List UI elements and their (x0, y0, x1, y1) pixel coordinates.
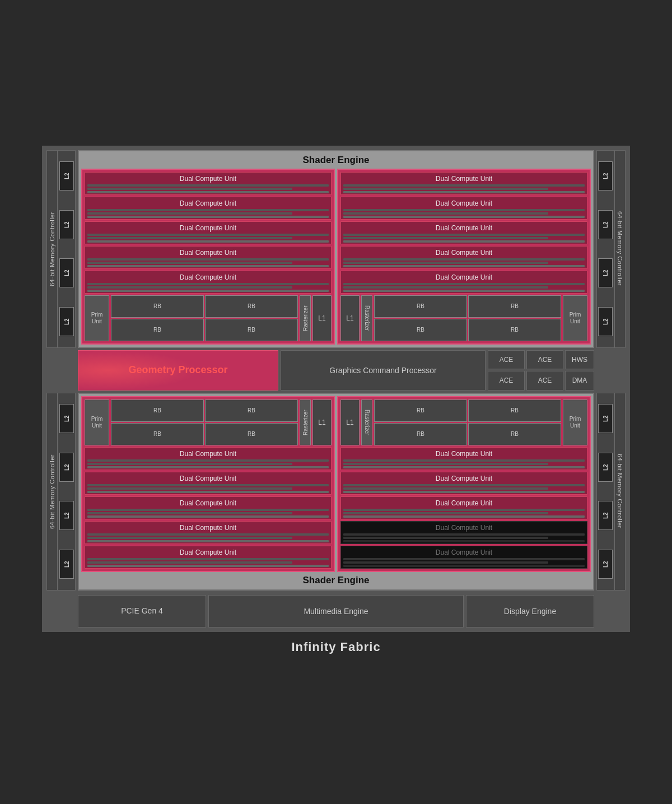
l1-tl: L1 (312, 295, 332, 341)
dcu-bot-l4: Dual Compute Unit (85, 521, 332, 544)
multimedia-item: Multimedia Engine (208, 595, 464, 628)
dcu-top-r5: Dual Compute Unit (340, 271, 587, 294)
dma: DMA (565, 371, 594, 391)
hws: HWS (565, 350, 594, 370)
ace-4: ACE (526, 371, 563, 391)
l1-tr: L1 (340, 295, 360, 341)
top-se-left-column: Dual Compute Unit Dual Compute Unit (81, 169, 335, 345)
dcu-bot-r4-dark: Dual Compute Unit (340, 521, 587, 544)
rb-group-tr: RB RB RB RB (374, 295, 561, 341)
rasterizer-bl: Rasterizer (300, 399, 311, 445)
dcu-bot-r1: Dual Compute Unit (340, 447, 587, 470)
l2-box-tl4: L2 (59, 307, 74, 336)
l2-box-tl3: L2 (59, 258, 74, 287)
ace-1: ACE (488, 350, 525, 370)
left-l2-column-top: L2 L2 L2 L2 (58, 150, 76, 348)
left-memory-controller-bottom: 64-bit Memory Controller L2 L2 L2 L2 (46, 393, 76, 591)
prim-unit-bl: Prim Unit (85, 399, 109, 445)
top-se-right-bottom-row: L1 Rasterizer RB RB RB RB Prim Unit (340, 295, 587, 341)
prim-unit-tl: Prim Unit (85, 295, 109, 341)
rasterizer-tl: Rasterizer (300, 295, 311, 341)
right-memory-controller-top: L2 L2 L2 L2 64-bit Memory Controller (596, 150, 626, 348)
l2-box-tr2: L2 (598, 210, 613, 239)
top-se-left-bottom-row: Prim Unit RB RB RB RB Rasterizer L1 (85, 295, 332, 341)
top-se-right-column: Dual Compute Unit Dual Compute Unit (337, 169, 591, 345)
dcu-bot-r2: Dual Compute Unit (340, 472, 587, 495)
l2-box-tl1: L2 (59, 161, 74, 190)
l2-box-tr3: L2 (598, 258, 613, 287)
dcu-bot-l1: Dual Compute Unit (85, 447, 332, 470)
dcu-top-l4: Dual Compute Unit (85, 246, 332, 269)
geometry-processor: Geometry Processor (78, 350, 278, 391)
top-shader-engine: Shader Engine Dual Compute Unit (78, 150, 594, 348)
rasterizer-br: Rasterizer (361, 399, 372, 445)
rb-group-bl: RB RB RB RB (111, 399, 298, 445)
rb-group-br: RB RB RB RB (374, 399, 561, 445)
prim-unit-tr: Prim Unit (563, 295, 587, 341)
prim-unit-br: Prim Unit (563, 399, 587, 445)
dcu-top-l5: Dual Compute Unit (85, 271, 332, 294)
infinity-fabric-label: Infinity Fabric (42, 632, 630, 659)
dcu-top-r2: Dual Compute Unit (340, 197, 587, 220)
l2-box-tl2: L2 (59, 210, 74, 239)
dcu-bot-l2: Dual Compute Unit (85, 472, 332, 495)
left-l2-column-bottom: L2 L2 L2 L2 (58, 393, 76, 591)
rasterizer-tr: Rasterizer (361, 295, 372, 341)
ace-2: ACE (526, 350, 563, 370)
bottom-se-title: Shader Engine (81, 572, 591, 587)
ace-hws-dma-group: ACE ACE HWS ACE ACE DMA (488, 350, 594, 391)
dcu-label: Dual Compute Unit (87, 175, 329, 183)
l1-br: L1 (340, 399, 360, 445)
left-mc-label-top: 64-bit Memory Controller (46, 150, 58, 348)
left-memory-controller-top: 64-bit Memory Controller L2 L2 L2 L2 (46, 150, 76, 348)
bottom-se-right-column: L1 Rasterizer RB RB RB RB Prim Unit (337, 396, 591, 572)
dcu-bot-l3: Dual Compute Unit (85, 496, 332, 519)
right-l2-column-top: L2 L2 L2 L2 (596, 150, 614, 348)
top-se-title: Shader Engine (81, 154, 591, 169)
bottom-se-left-top-row: Prim Unit RB RB RB RB Rasterizer L1 (85, 399, 332, 445)
dcu-top-l3: Dual Compute Unit (85, 221, 332, 244)
pcie-item: PCIE Gen 4 (78, 595, 206, 628)
dcu-top-l1: Dual Compute Unit (85, 172, 332, 195)
rb-group-tl: RB RB RB RB (111, 295, 298, 341)
right-memory-controller-bottom: L2 L2 L2 L2 64-bit Memory Controller (596, 393, 626, 591)
dcu-top-r3: Dual Compute Unit (340, 221, 587, 244)
dcu-bot-r5-dark: Dual Compute Unit (340, 546, 587, 569)
bottom-shader-engine: Prim Unit RB RB RB RB Rasterizer L1 (78, 393, 594, 591)
bottom-se-right-top-row: L1 Rasterizer RB RB RB RB Prim Unit (340, 399, 587, 445)
left-mc-label-bottom: 64-bit Memory Controller (46, 393, 58, 591)
display-item: Display Engine (466, 595, 594, 628)
dcu-bot-r3: Dual Compute Unit (340, 496, 587, 519)
right-mc-label-top: 64-bit Memory Controller (614, 150, 626, 348)
dcu-bot-l5: Dual Compute Unit (85, 546, 332, 569)
dcu-top-l2: Dual Compute Unit (85, 197, 332, 220)
dcu-top-r1: Dual Compute Unit (340, 172, 587, 195)
dcu-top-r4: Dual Compute Unit (340, 246, 587, 269)
ace-3: ACE (488, 371, 525, 391)
right-l2-column-bottom: L2 L2 L2 L2 (596, 393, 614, 591)
l2-box-tr1: L2 (598, 161, 613, 190)
l1-bl: L1 (312, 399, 332, 445)
l2-box-tr4: L2 (598, 307, 613, 336)
graphics-command-processor: Graphics Command Processor (281, 350, 486, 391)
bottom-se-left-column: Prim Unit RB RB RB RB Rasterizer L1 (81, 396, 335, 572)
right-mc-label-bottom: 64-bit Memory Controller (614, 393, 626, 591)
